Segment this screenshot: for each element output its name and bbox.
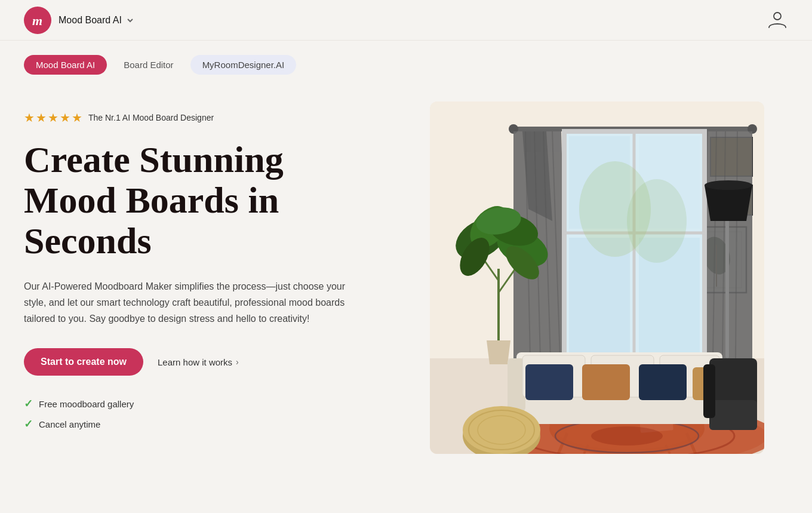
rating-label: The Nr.1 AI Mood Board Designer	[88, 113, 214, 122]
rating-row: ★ ★ ★ ★ ★ The Nr.1 AI Mood Board Designe…	[24, 110, 370, 125]
brand-name: Mood Board AI	[59, 15, 122, 26]
start-create-button[interactable]: Start to create now	[24, 348, 143, 376]
svg-point-71	[591, 426, 663, 446]
user-account-button[interactable]	[767, 8, 788, 32]
arrow-right-icon: ›	[236, 357, 239, 367]
feature-text-1: Free moodboard gallery	[39, 399, 134, 409]
svg-point-39	[627, 179, 687, 263]
svg-point-87	[463, 406, 540, 454]
tab-mood-board-ai[interactable]: Mood Board AI	[24, 55, 107, 75]
svg-rect-81	[639, 364, 687, 400]
svg-point-1	[774, 13, 781, 20]
hero-right	[406, 99, 788, 457]
star-1: ★	[24, 110, 35, 125]
star-2: ★	[36, 110, 47, 125]
learn-how-label: Learn how it works	[158, 357, 232, 367]
user-icon	[767, 8, 788, 30]
stars: ★ ★ ★ ★ ★	[24, 110, 82, 125]
learn-how-link[interactable]: Learn how it works ›	[158, 357, 239, 367]
nav-brand[interactable]: Mood Board AI	[59, 15, 135, 26]
room-illustration	[430, 102, 764, 454]
star-3: ★	[48, 110, 59, 125]
hero-heading: Create Stunning Mood Boards in Seconds	[24, 139, 370, 262]
svg-rect-79	[525, 364, 573, 400]
svg-rect-85	[703, 364, 715, 418]
svg-point-44	[705, 180, 752, 190]
feature-text-2: Cancel anytime	[39, 419, 100, 429]
site-header: m Mood Board AI	[0, 0, 812, 41]
check-icon-1: ✓	[24, 397, 33, 410]
check-icon-2: ✓	[24, 417, 33, 431]
cta-row: Start to create now Learn how it works ›	[24, 348, 370, 376]
star-5: ★	[72, 110, 82, 125]
svg-rect-84	[709, 400, 757, 430]
svg-text:m: m	[32, 13, 42, 28]
feature-item-1: ✓ Free moodboard gallery	[24, 397, 370, 410]
hero-description: Our AI-Powered Moodboard Maker simplifie…	[24, 278, 346, 327]
nav-tabs: Mood Board AI Board Editor MyRoomDesigne…	[0, 41, 812, 87]
logo[interactable]: m	[24, 7, 51, 34]
hero-left: ★ ★ ★ ★ ★ The Nr.1 AI Mood Board Designe…	[24, 99, 370, 431]
main-content: ★ ★ ★ ★ ★ The Nr.1 AI Mood Board Designe…	[0, 87, 812, 513]
header-left: m Mood Board AI	[24, 7, 135, 34]
tab-board-editor[interactable]: Board Editor	[112, 55, 185, 75]
room-svg	[430, 102, 764, 454]
tab-my-room-designer[interactable]: MyRoomDesigner.AI	[190, 55, 297, 75]
svg-rect-80	[582, 364, 630, 400]
feature-item-2: ✓ Cancel anytime	[24, 417, 370, 431]
features-list: ✓ Free moodboard gallery ✓ Cancel anytim…	[24, 397, 370, 431]
chevron-down-icon	[125, 16, 135, 25]
star-4: ★	[60, 110, 70, 125]
